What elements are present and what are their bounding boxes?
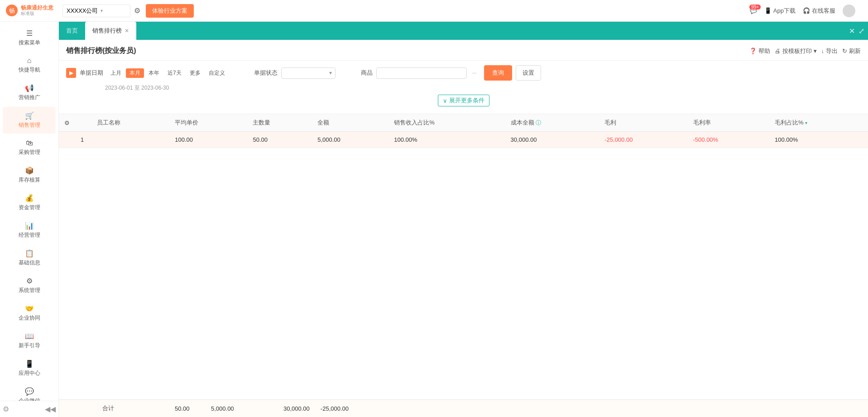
sales-ranking-tab-label: 销售排行榜 <box>92 27 122 35</box>
filter-expand-arrow[interactable]: ▶ <box>66 68 76 78</box>
export-button[interactable]: ↓ 导出 <box>821 47 838 55</box>
tab-sales-ranking[interactable]: 销售排行榜 ✕ <box>85 22 136 40</box>
company-name: XXXXX公司 <box>67 7 98 15</box>
print-button[interactable]: 🖨 按模板打印 ▾ <box>775 47 817 55</box>
query-button[interactable]: 查询 <box>484 65 512 81</box>
cell-amount-0: 5,000.00 <box>312 132 388 148</box>
collapse-icon[interactable]: ◀◀ <box>45 405 56 413</box>
table-footer: 合计 50.00 5,000.00 30,000.00 -25,000.00 <box>59 399 868 417</box>
message-button[interactable]: 💬 99+ <box>750 7 757 14</box>
system-icon: ⚙ <box>26 277 33 285</box>
sidebar-label-purchase: 采购管理 <box>19 149 40 156</box>
avatar[interactable] <box>843 5 855 17</box>
sidebar-item-basics[interactable]: 📋 基础信息 <box>3 244 56 271</box>
date-tabs: 上月 本月 本年 近7天 更多 自定义 <box>107 68 229 78</box>
page-content: 销售排行榜(按业务员) ❓ 帮助 🖨 按模板打印 ▾ ↓ <box>59 40 868 417</box>
expand-more-button[interactable]: ∨ 展开更多条件 <box>438 95 489 106</box>
date-tab-custom[interactable]: 自定义 <box>205 68 229 78</box>
top-bar: 畅 畅康通好生意 标准版 XXXXX公司 ▾ ⚙ 体验行业方案 💬 99+ 📱 … <box>0 0 868 22</box>
cell-gross-pct-0: 100.00% <box>769 132 868 148</box>
sidebar-label-operations: 经营管理 <box>19 231 40 239</box>
date-tab-this-month[interactable]: 本月 <box>126 68 144 78</box>
quick-nav-icon: ⌂ <box>27 57 32 65</box>
message-badge: 99+ <box>749 5 761 10</box>
date-tab-last-month[interactable]: 上月 <box>107 68 125 78</box>
sidebar-nav: ☰ 搜索菜单 ⌂ 快捷导航 📢 营销推广 🛒 销售管理 🛍 采购管理 📦 库存核… <box>0 22 58 401</box>
sidebar-item-system[interactable]: ⚙ 系统管理 <box>3 272 56 299</box>
guide-icon: 📖 <box>25 332 34 340</box>
refresh-button[interactable]: ↻ 刷新 <box>842 47 861 55</box>
sidebar-item-search[interactable]: ☰ 搜索菜单 <box>3 24 56 51</box>
purchase-icon: 🛍 <box>26 139 33 147</box>
trial-button[interactable]: 体验行业方案 <box>146 4 194 18</box>
sidebar-item-wechat[interactable]: 💬 企业微信 <box>3 383 56 401</box>
filter-columns: 单据日期 上月 本月 本年 近7天 更多 自定义 <box>80 65 541 92</box>
marketing-icon: 📢 <box>25 84 34 92</box>
svg-text:畅: 畅 <box>9 7 15 14</box>
search-icon: ☰ <box>26 29 33 38</box>
top-right-actions: 💬 99+ 📱 App下载 🎧 在线客服 <box>750 5 863 17</box>
print-icon: 🖨 <box>775 48 781 54</box>
refresh-icon: ↻ <box>842 48 847 54</box>
finance-icon: 💰 <box>25 194 34 202</box>
tab-close-all-icon[interactable]: ✕ <box>849 27 855 35</box>
settings-button[interactable]: 设置 <box>516 65 541 81</box>
online-service-button[interactable]: 🎧 在线客服 <box>803 7 835 15</box>
headset-icon: 🎧 <box>803 7 810 14</box>
sidebar: ☰ 搜索菜单 ⌂ 快捷导航 📢 营销推广 🛒 销售管理 🛍 采购管理 📦 库存核… <box>0 22 59 417</box>
cell-rank-0: 1 <box>75 132 91 148</box>
company-selector[interactable]: XXXXX公司 ▾ <box>62 5 130 17</box>
date-range-text: 2023-06-01 至 2023-06-30 <box>105 85 169 91</box>
app-download-button[interactable]: 📱 App下载 <box>764 7 796 15</box>
sidebar-label-guide: 新手引导 <box>19 342 40 350</box>
data-table: ⚙ 员工名称 平均单价 主数量 全额 销售收入占比% 成本全额 ⓘ 毛利 毛 <box>59 114 868 148</box>
tab-restore-icon[interactable]: ⤢ <box>858 27 864 35</box>
tab-bar: 首页 销售排行榜 ✕ ✕ ⤢ <box>59 22 868 40</box>
cell-avg-price-0: 100.00 <box>169 132 247 148</box>
th-gross-pct: 毛利占比% ▾ <box>769 114 868 132</box>
sidebar-item-finance[interactable]: 💰 资金管理 <box>3 189 56 216</box>
home-tab-label: 首页 <box>66 27 78 35</box>
sidebar-item-operations[interactable]: 📊 经营管理 <box>3 217 56 244</box>
sidebar-bottom: ⚙ ◀◀ <box>0 401 58 417</box>
cell-sales-pct-0: 100.00% <box>388 132 505 148</box>
app-download-icon: 📱 <box>764 7 772 14</box>
settings-bottom-icon[interactable]: ⚙ <box>3 405 9 413</box>
help-button[interactable]: ❓ 帮助 <box>749 47 770 55</box>
goods-more-icon[interactable]: ··· <box>472 70 477 76</box>
sidebar-item-quick-nav[interactable]: ⌂ 快捷导航 <box>3 52 56 78</box>
tab-home[interactable]: 首页 <box>59 22 85 40</box>
date-tab-this-year[interactable]: 本年 <box>145 68 163 78</box>
sidebar-item-guide[interactable]: 📖 新手引导 <box>3 327 56 354</box>
page-header: 销售排行榜(按业务员) ❓ 帮助 🖨 按模板打印 ▾ ↓ <box>59 40 868 61</box>
goods-input[interactable] <box>376 67 467 79</box>
footer-cost: 30,000.00 <box>278 405 315 412</box>
footer-quantity: 50.00 <box>169 405 206 412</box>
footer-amount: 5,000.00 <box>206 405 242 412</box>
th-quantity: 主数量 <box>247 114 312 132</box>
appstore-icon: 📱 <box>25 359 34 368</box>
sidebar-label-inventory: 库存核算 <box>19 176 40 184</box>
sidebar-item-marketing[interactable]: 📢 营销推广 <box>3 79 56 106</box>
sidebar-item-appstore[interactable]: 📱 应用中心 <box>3 355 56 382</box>
sidebar-item-purchase[interactable]: 🛍 采购管理 <box>3 134 56 161</box>
sidebar-label-quick-nav: 快捷导航 <box>19 66 40 74</box>
expand-more-row: ∨ 展开更多条件 <box>66 92 861 109</box>
th-rank <box>75 114 91 132</box>
tab-close-icon[interactable]: ✕ <box>125 28 129 34</box>
date-tab-7days[interactable]: 近7天 <box>164 68 185 78</box>
chevron-down-icon: ∨ <box>443 97 447 104</box>
cell-quantity-0: 50.00 <box>247 132 312 148</box>
sidebar-item-sales[interactable]: 🛒 销售管理 <box>3 107 56 134</box>
column-settings-icon[interactable]: ⚙ <box>64 120 70 126</box>
goods-label: 商品 <box>361 69 373 77</box>
status-select-wrap[interactable] <box>281 67 336 79</box>
sidebar-item-enterprise[interactable]: 🤝 企业协同 <box>3 300 56 326</box>
th-sales-pct: 销售收入占比% <box>388 114 505 132</box>
th-settings[interactable]: ⚙ <box>59 114 75 132</box>
settings-icon[interactable]: ⚙ <box>134 6 140 15</box>
status-select[interactable] <box>281 67 336 79</box>
date-tab-more[interactable]: 更多 <box>186 68 204 78</box>
sidebar-item-inventory[interactable]: 📦 库存核算 <box>3 162 56 188</box>
logo-icon: 畅 <box>5 4 18 17</box>
